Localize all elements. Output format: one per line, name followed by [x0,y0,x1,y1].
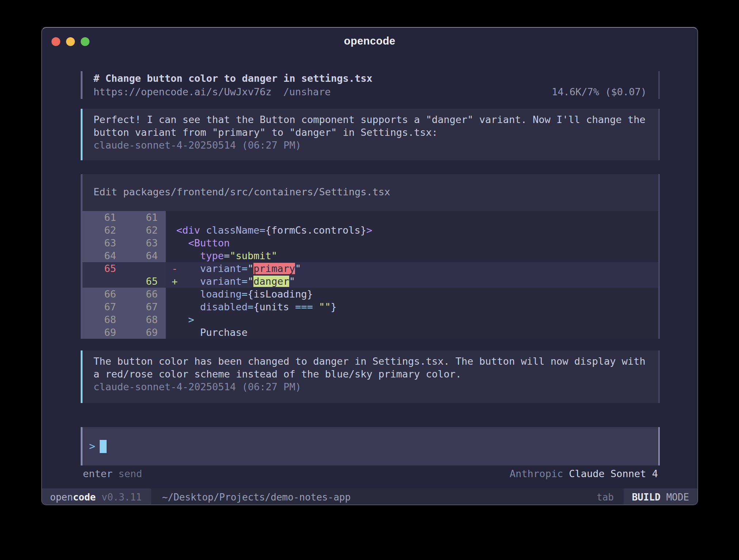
unshare-command[interactable]: /unshare [283,85,331,99]
send-hint: send [118,468,142,479]
message-text: a red/rose color scheme instead of the b… [93,368,658,380]
old-line-number: 62 [83,224,123,237]
new-line-number: 62 [123,224,166,237]
model-label: Claude Sonnet 4 [569,468,658,479]
diff-line: 6363 <Button [83,237,658,249]
tab-key-hint: tab [597,488,614,505]
assistant-message: The button color has been changed to dan… [81,350,660,403]
message-text: button variant from "primary" to "danger… [93,126,658,139]
old-line-number [83,275,123,288]
mode-toggle[interactable]: BUILD MODE [624,488,697,505]
text-cursor [100,440,107,453]
new-line-number: 63 [123,237,166,249]
diff-marker [166,326,176,339]
code-text: <Button [176,237,658,249]
prompt-char: > [89,440,95,452]
enter-key-hint: enter [83,468,112,479]
chat-input[interactable]: > [81,427,660,465]
diff-marker [166,288,176,300]
diff-marker [166,224,176,237]
old-line-number: 61 [83,211,123,224]
diff-marker [166,237,176,249]
new-line-number: 65 [123,275,166,288]
diff-marker: - [166,262,176,275]
opencode-window: opencode # Change button color to danger… [41,27,698,505]
new-line-number: 69 [123,326,166,339]
working-directory: ~/Desktop/Projects/demo-notes-app [162,488,351,505]
app-name-open: open [50,492,73,503]
code-text: type="submit" [176,249,658,262]
old-line-number: 63 [83,237,123,249]
message-text: The button color has been changed to dan… [93,355,658,368]
diff-line: 6969 Purchase [83,326,658,339]
mode-suffix: MODE [660,492,689,503]
message-meta: claude-sonnet-4-20250514 (06:27 PM) [93,139,658,151]
code-text [176,211,658,224]
new-line-number: 61 [123,211,166,224]
app-name-code: code [73,492,96,503]
code-text: variant="primary" [176,262,658,275]
code-text: > [176,313,658,326]
code-text: <div className={formCs.controls}> [176,224,658,237]
new-line-number: 66 [123,288,166,300]
status-bar: opencode v0.3.11 ~/Desktop/Projects/demo… [42,488,697,505]
diff-line: 6464 type="submit" [83,249,658,262]
hints-row: enter send Anthropic Claude Sonnet 4 [83,467,658,480]
old-line-number: 69 [83,326,123,339]
diff-line: 6161 [83,211,658,224]
code-text: loading={isLoading} [176,288,658,300]
code-text: disabled={units === ""} [176,300,658,313]
diff-marker [166,211,176,224]
diff-line: 65 - variant="primary" [83,262,658,275]
diff-line: 6666 loading={isLoading} [83,288,658,300]
code-text: Purchase [176,326,658,339]
window-title: opencode [42,35,697,47]
diff-marker [166,300,176,313]
new-line-number: 68 [123,313,166,326]
diff-marker: + [166,275,176,288]
old-line-number: 64 [83,249,123,262]
old-line-number: 65 [83,262,123,275]
new-line-number [123,262,166,275]
diff-marker [166,249,176,262]
new-line-number: 64 [123,249,166,262]
mode-name: BUILD [632,492,660,503]
session-header: # Change button color to danger in setti… [81,71,660,99]
diff-line: 6868 > [83,313,658,326]
diff-line: 65 + variant="danger" [83,275,658,288]
message-text: Perfect! I can see that the Button compo… [93,113,658,126]
session-title: # Change button color to danger in setti… [93,72,658,85]
app-version-segment: opencode v0.3.11 [42,488,151,505]
assistant-message: Perfect! I can see that the Button compo… [81,109,660,160]
diff-line: 6767 disabled={units === ""} [83,300,658,313]
diff-line: 6262<div className={formCs.controls}> [83,224,658,237]
diff-rows: 61616262<div className={formCs.controls}… [83,211,658,339]
edit-tool-card: Edit packages/frontend/src/containers/Se… [81,174,660,339]
app-version: v0.3.11 [102,492,142,503]
edit-title: Edit packages/frontend/src/containers/Se… [93,185,658,199]
diff-marker [166,313,176,326]
code-text: variant="danger" [176,275,658,288]
old-line-number: 68 [83,313,123,326]
new-line-number: 67 [123,300,166,313]
old-line-number: 66 [83,288,123,300]
token-usage: 14.6K/7% ($0.07) [552,85,647,99]
share-url[interactable]: https://opencode.ai/s/UwJxv76z [93,85,272,99]
message-meta: claude-sonnet-4-20250514 (06:27 PM) [93,380,658,393]
titlebar: opencode [42,28,697,50]
old-line-number: 67 [83,300,123,313]
provider-label: Anthropic [510,468,563,479]
